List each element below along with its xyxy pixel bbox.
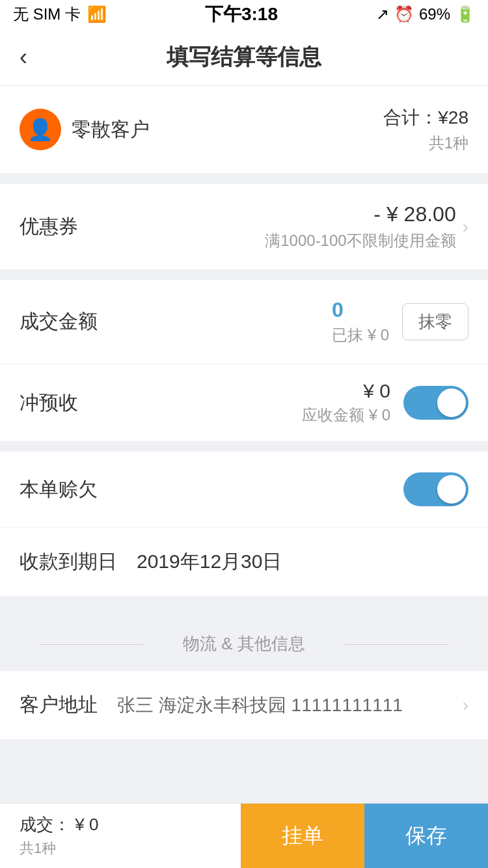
deal-amount-row: 成交金额 0 已抹 ¥ 0 抹零: [0, 280, 488, 364]
address-label: 客户地址: [20, 692, 98, 718]
prepay-value: ¥ 0: [302, 380, 390, 402]
status-right: ↗ ⏰ 69% 🔋: [376, 5, 475, 23]
deal-label-block: 成交金额: [20, 308, 98, 335]
bottom-info: 成交： ¥ 0 共1种: [0, 804, 241, 868]
chevron-right-icon: ›: [463, 217, 468, 237]
customer-row: 👤 零散客户 合计：¥28 共1种: [0, 86, 488, 173]
bottom-count-text: 共1种: [20, 839, 221, 858]
deal-value-block: 0 已抹 ¥ 0: [332, 298, 389, 346]
save-button[interactable]: 保存: [364, 804, 488, 868]
total-count: 共1种: [383, 133, 468, 154]
due-date-value: 2019年12月30日: [137, 549, 282, 575]
debt-label: 本单赊欠: [20, 476, 98, 503]
alarm-icon: ⏰: [394, 5, 414, 23]
debt-section: 本单赊欠 收款到期日 2019年12月30日: [0, 452, 488, 596]
prepay-sub: 应收金额 ¥ 0: [302, 405, 390, 426]
deal-sub: 已抹 ¥ 0: [332, 325, 389, 346]
divider-1: [0, 441, 488, 452]
debt-toggle[interactable]: [403, 472, 468, 506]
logistics-header: 物流 & 其他信息: [0, 617, 488, 671]
round-button[interactable]: 抹零: [402, 303, 468, 340]
status-bar: 无 SIM 卡 📶 下午3:18 ↗ ⏰ 69% 🔋: [0, 0, 488, 29]
coupon-label: 优惠券: [20, 213, 78, 240]
avatar: 👤: [20, 109, 61, 150]
prepay-label: 冲预收: [20, 390, 78, 416]
address-section[interactable]: 客户地址 张三 海淀永丰科技园 11111111111 ›: [0, 671, 488, 739]
debt-row: 本单赊欠: [0, 452, 488, 527]
address-value: 张三 海淀永丰科技园 11111111111: [117, 693, 463, 718]
battery-text: 69%: [419, 5, 450, 23]
status-time: 下午3:18: [205, 2, 278, 27]
coupon-right: - ¥ 28.00 满1000-100不限制使用金额: [265, 202, 455, 251]
coupon-section[interactable]: 优惠券 - ¥ 28.00 满1000-100不限制使用金额 ›: [0, 183, 488, 269]
coupon-desc: 满1000-100不限制使用金额: [265, 230, 455, 251]
divider-2: [0, 606, 488, 617]
customer-right: 合计：¥28 共1种: [383, 105, 468, 154]
prepay-value-block: ¥ 0 应收金额 ¥ 0: [302, 380, 390, 426]
coupon-row: 优惠券 - ¥ 28.00 满1000-100不限制使用金额 ›: [0, 183, 488, 269]
bottom-deal-text: 成交： ¥ 0: [20, 813, 221, 836]
due-date-label: 收款到期日: [20, 549, 117, 575]
location-icon: ↗: [376, 5, 389, 23]
battery-icon: 🔋: [455, 5, 475, 23]
customer-left: 👤 零散客户: [20, 109, 150, 150]
customer-section: 👤 零散客户 合计：¥28 共1种: [0, 86, 488, 173]
customer-name: 零散客户: [72, 116, 150, 143]
due-date-row: 收款到期日 2019年12月30日: [0, 527, 488, 596]
coupon-discount: - ¥ 28.00: [265, 202, 455, 226]
back-button[interactable]: ‹: [20, 44, 27, 71]
amount-section: 成交金额 0 已抹 ¥ 0 抹零 冲预收 ¥ 0 应收金额 ¥ 0: [0, 280, 488, 441]
total-amount: 合计：¥28: [383, 105, 468, 130]
prepay-right: ¥ 0 应收金额 ¥ 0: [302, 380, 468, 426]
pending-button[interactable]: 挂单: [241, 804, 364, 868]
address-chevron-icon: ›: [463, 695, 468, 716]
prepay-toggle[interactable]: [403, 386, 468, 420]
deal-right: 0 已抹 ¥ 0 抹零: [332, 298, 468, 346]
deal-amount-label: 成交金额: [20, 310, 98, 332]
address-row: 客户地址 张三 海淀永丰科技园 11111111111 ›: [0, 671, 488, 739]
bottom-bar: 成交： ¥ 0 共1种 挂单 保存: [0, 803, 488, 868]
nav-bar: ‹ 填写结算等信息: [0, 29, 488, 86]
deal-value: 0: [332, 298, 389, 322]
status-left: 无 SIM 卡 📶: [13, 4, 107, 25]
avatar-icon: 👤: [27, 117, 53, 142]
logistics-title: 物流 & 其他信息: [183, 634, 305, 653]
prepay-row: 冲预收 ¥ 0 应收金额 ¥ 0: [0, 364, 488, 441]
no-sim-text: 无 SIM 卡: [13, 4, 81, 25]
page-title: 填写结算等信息: [167, 42, 321, 72]
wifi-icon: 📶: [87, 5, 107, 23]
